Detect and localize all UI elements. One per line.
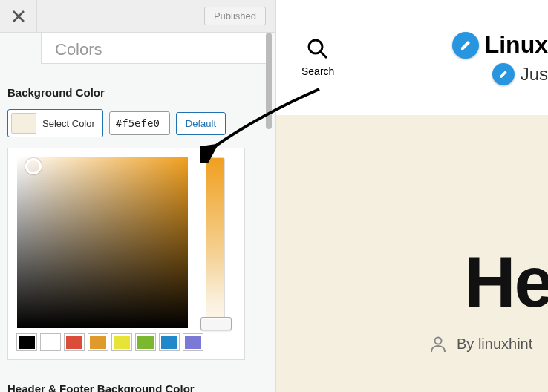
default-button[interactable]: Default bbox=[176, 112, 226, 135]
customizer-panel: Published Colors Background Color Select… bbox=[0, 0, 275, 392]
color-picker bbox=[7, 148, 245, 360]
saturation-field[interactable] bbox=[17, 157, 188, 328]
picker-row bbox=[17, 157, 235, 328]
search-icon bbox=[306, 37, 330, 61]
pencil-icon bbox=[459, 39, 472, 52]
scrollbar-thumb[interactable] bbox=[266, 33, 272, 129]
hue-handle[interactable] bbox=[200, 317, 232, 330]
current-color-swatch bbox=[11, 113, 36, 134]
svg-point-1 bbox=[435, 338, 442, 344]
preview-header: Search Linux Jus bbox=[276, 0, 548, 115]
select-color-button[interactable]: Select Color bbox=[7, 109, 103, 137]
tagline-row: Jus bbox=[452, 63, 548, 85]
published-button[interactable]: Published bbox=[204, 7, 266, 25]
background-color-label: Background Color bbox=[7, 86, 267, 99]
user-icon bbox=[428, 334, 448, 353]
scrollbar[interactable] bbox=[266, 33, 273, 389]
panel-header: Published bbox=[0, 0, 275, 33]
tagline[interactable]: Jus bbox=[521, 64, 548, 85]
colors-section-dropdown[interactable]: Colors bbox=[41, 33, 270, 64]
search-button[interactable]: Search bbox=[301, 37, 334, 77]
svg-point-0 bbox=[309, 40, 322, 53]
site-titles: Linux Jus bbox=[452, 31, 548, 85]
palette-swatch[interactable] bbox=[183, 334, 203, 350]
post-heading[interactable]: He bbox=[464, 241, 548, 323]
preview-content-area: He By linuxhint bbox=[276, 115, 548, 392]
palette-swatch[interactable] bbox=[112, 334, 131, 350]
saturation-handle[interactable] bbox=[25, 158, 42, 174]
header-footer-bg-label: Header & Footer Background Color bbox=[7, 382, 267, 392]
palette-swatch[interactable] bbox=[160, 334, 179, 350]
site-title[interactable]: Linux bbox=[485, 31, 548, 59]
byline-text: By linuxhint bbox=[457, 336, 532, 353]
hue-slider[interactable] bbox=[206, 157, 225, 328]
color-controls-row: Select Color Default bbox=[7, 109, 267, 137]
search-label: Search bbox=[301, 65, 334, 77]
palette-swatch[interactable] bbox=[136, 334, 155, 350]
byline: By linuxhint bbox=[428, 334, 532, 353]
hex-input[interactable] bbox=[109, 111, 170, 135]
site-preview: Search Linux Jus He By linuxhi bbox=[275, 0, 548, 392]
close-button[interactable] bbox=[0, 0, 37, 33]
palette-swatch[interactable] bbox=[65, 334, 84, 350]
colors-dropdown-label: Colors bbox=[55, 40, 102, 59]
hue-slider-wrap bbox=[206, 157, 225, 328]
palette-swatch[interactable] bbox=[41, 334, 60, 350]
title-row: Linux bbox=[452, 31, 548, 59]
palette-row bbox=[17, 334, 235, 350]
edit-tagline-button[interactable] bbox=[492, 63, 515, 85]
close-icon bbox=[12, 10, 25, 23]
select-color-label: Select Color bbox=[42, 118, 95, 129]
sat-black-gradient bbox=[17, 157, 188, 328]
edit-title-button[interactable] bbox=[452, 32, 479, 59]
palette-swatch[interactable] bbox=[88, 334, 108, 350]
pencil-icon bbox=[498, 69, 509, 79]
palette-swatch[interactable] bbox=[17, 334, 36, 350]
